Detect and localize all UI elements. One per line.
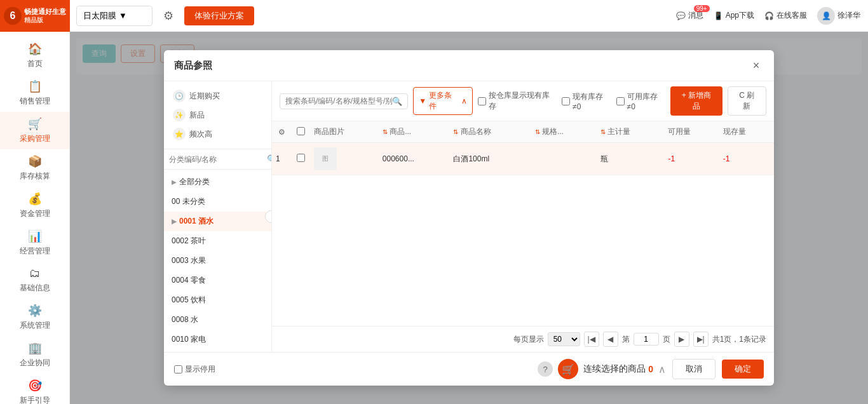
modal-header: 商品参照 ×	[164, 50, 774, 81]
cat-item-0002[interactable]: 0002 茶叶	[164, 231, 271, 251]
product-table-wrap: ⚙ 商品图片 ⇅	[272, 121, 774, 326]
recent-icon: 🕒	[173, 90, 186, 102]
finance-icon: 💰	[28, 192, 42, 206]
row-check[interactable]	[291, 143, 310, 175]
show-disabled-checkbox[interactable]	[174, 365, 182, 374]
cat-item-0008[interactable]: 0008 水	[164, 310, 271, 330]
category-search-input[interactable]	[169, 155, 264, 164]
row-num: 1	[272, 143, 291, 175]
select-all-checkbox[interactable]	[297, 127, 305, 135]
system-icon: ⚙️	[28, 304, 42, 318]
page-size-select[interactable]: 50 10 20 100	[548, 332, 580, 346]
sidebar-item-home[interactable]: 🏠 首页	[0, 37, 69, 74]
sales-icon: 📋	[28, 79, 42, 93]
sidebar-item-inventory[interactable]: 📦 库存核算	[0, 149, 69, 187]
settings-icon[interactable]: ⚙	[159, 6, 178, 25]
usable-neq-checkbox[interactable]	[616, 97, 625, 105]
help-icon[interactable]: ?	[538, 361, 553, 377]
quick-recent[interactable]: 🕒 近期购买	[169, 86, 266, 105]
search-box: 🔍	[280, 93, 408, 109]
show-disabled-label[interactable]: 显示停用	[174, 364, 215, 375]
sidebar-item-finance[interactable]: 💰 资金管理	[0, 187, 69, 224]
confirm-button[interactable]: 确定	[722, 360, 764, 379]
filter-icon: ▼	[419, 97, 426, 105]
purchase-icon: 🛒	[28, 117, 42, 131]
user-avatar[interactable]: 👤 徐泽华	[817, 7, 860, 25]
modal-title: 商品参照	[174, 60, 212, 72]
search-submit-icon[interactable]: 🔍	[392, 97, 402, 106]
cat-item-0001[interactable]: ▶ 0001 酒水	[164, 212, 271, 231]
collapse-arrow-icon[interactable]: ∧	[658, 363, 666, 375]
search-icon[interactable]: 🔍	[267, 154, 272, 164]
quick-new[interactable]: ✨ 新品	[169, 105, 266, 125]
available-neq-checkbox[interactable]	[562, 97, 570, 105]
cat-item-0010[interactable]: 0010 家电	[164, 330, 271, 349]
next-page-btn[interactable]: ▶	[674, 332, 689, 347]
trial-button[interactable]: 体验行业方案	[184, 6, 254, 25]
modal-close-button[interactable]: ×	[749, 58, 764, 73]
product-toolbar: 🔍 ▼ 更多条件 ∧ 按仓库显示现有库存	[272, 81, 774, 121]
nav-right: 💬 消息 99+ 📱 App下载 🎧 在线客服 👤 徐泽华	[676, 7, 860, 25]
app-download-item[interactable]: 📱 App下载	[714, 10, 754, 21]
modal-footer: 显示停用 ? 🛒 连续选择的商品 0 ∧ 取消 确定	[164, 352, 774, 386]
total-info: 共1页，1条记录	[712, 334, 766, 345]
col-settings[interactable]: ⚙	[272, 121, 291, 143]
row-checkbox[interactable]	[297, 154, 305, 162]
refresh-button[interactable]: C 刷新	[728, 86, 766, 116]
col-stock: 现存量	[719, 121, 774, 143]
main-layout: 🏠 首页 📋 销售管理 🛒 采购管理 📦 库存核算 💰 资金管理 📊 经营管理 …	[0, 32, 868, 404]
table-row[interactable]: 1 图 000	[272, 143, 774, 175]
sidebar-item-basic[interactable]: 🗂 基础信息	[0, 262, 69, 299]
sidebar-item-enterprise[interactable]: 🏢 企业协同	[0, 336, 69, 374]
toolbar-right: + 新增商品 C 刷新	[670, 86, 766, 116]
cancel-button[interactable]: 取消	[672, 359, 715, 379]
sidebar-item-guide[interactable]: 🎯 新手引导	[0, 374, 69, 404]
logo-icon: 6	[4, 7, 22, 25]
cat-item-all[interactable]: ▶ 全部分类	[164, 172, 271, 192]
cat-item-00[interactable]: 00 未分类	[164, 192, 271, 212]
available-neq-checkbox-label[interactable]: 现有库存≠0	[562, 91, 611, 111]
last-page-btn[interactable]: ▶|	[693, 332, 709, 347]
usable-neq-checkbox-label[interactable]: 可用库存≠0	[616, 91, 666, 111]
warehouse-checkbox[interactable]	[478, 97, 486, 105]
cat-arrow-active: ▶	[172, 218, 177, 225]
footer-cart: ? 🛒 连续选择的商品 0 ∧	[538, 359, 666, 379]
prev-page-btn[interactable]: ◀	[603, 332, 618, 347]
store-dropdown[interactable]: 日太阳膜 ▼	[76, 6, 153, 26]
col-unit[interactable]: ⇅ 主计量	[597, 121, 665, 143]
category-panel: 🕒 近期购买 ✨ 新品 ⭐ 频次高	[164, 81, 272, 352]
col-spec[interactable]: ⇅ 规格...	[531, 121, 597, 143]
count-number: 0	[648, 364, 653, 374]
row-name: 白酒100ml	[449, 143, 531, 175]
online-service-item[interactable]: 🎧 在线客服	[764, 10, 807, 21]
sidebar-item-sales[interactable]: 📋 销售管理	[0, 74, 69, 112]
row-code: 000600...	[379, 143, 450, 175]
sidebar-item-operations[interactable]: 📊 经营管理	[0, 224, 69, 262]
page-number-input[interactable]	[634, 333, 659, 346]
sort-icon-unit: ⇅	[600, 128, 606, 135]
cat-item-0004[interactable]: 0004 零食	[164, 271, 271, 290]
cart-icon[interactable]: 🛒	[558, 359, 578, 379]
content-area: 查询 设置 刷新 商品参照 ×	[70, 32, 868, 404]
logo: 6 畅捷通好生意 精品版	[0, 0, 70, 32]
add-product-button[interactable]: + 新增商品	[670, 86, 722, 116]
cat-item-0005[interactable]: 0005 饮料	[164, 290, 271, 310]
guide-icon: 🎯	[28, 379, 42, 393]
col-name[interactable]: ⇅ 商品名称	[449, 121, 531, 143]
quick-frequent[interactable]: ⭐ 频次高	[169, 125, 266, 144]
row-available: -1	[664, 143, 719, 175]
cat-item-0003[interactable]: 0003 水果	[164, 251, 271, 271]
sidebar-item-purchase[interactable]: 🛒 采购管理	[0, 112, 69, 149]
phone-icon: 📱	[714, 11, 723, 20]
product-reference-modal: 商品参照 × 🕒 近期购买 ✨	[164, 50, 774, 386]
sidebar-item-system[interactable]: ⚙️ 系统管理	[0, 299, 69, 336]
headset-icon: 🎧	[764, 11, 774, 20]
warehouse-checkbox-label[interactable]: 按仓库显示现有库存	[478, 90, 557, 112]
notifications-item[interactable]: 💬 消息 99+	[676, 10, 703, 21]
product-search-input[interactable]	[285, 97, 392, 105]
product-image: 图	[314, 147, 337, 170]
row-spec	[531, 143, 597, 175]
first-page-btn[interactable]: |◀	[584, 332, 599, 347]
filter-button[interactable]: ▼ 更多条件 ∧	[413, 87, 473, 115]
col-code[interactable]: ⇅ 商品...	[379, 121, 450, 143]
